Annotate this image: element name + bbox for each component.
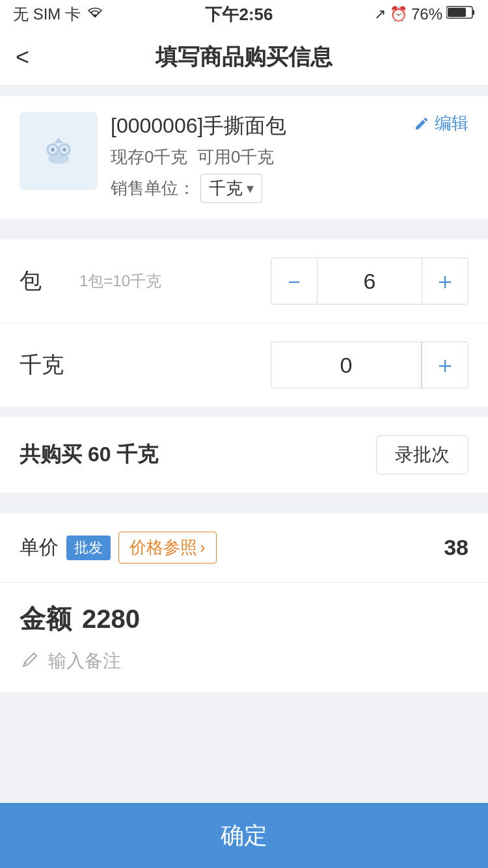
product-info: [0000006]手撕面包 编辑 现存0千克 可用0千克 销售单位： 千克 [111, 112, 468, 203]
svg-point-9 [48, 154, 69, 164]
package-label: 包 [20, 266, 72, 296]
divider-1 [0, 219, 488, 229]
page-title: 填写商品购买信息 [156, 42, 332, 72]
kilogram-plus-button[interactable]: ＋ [422, 342, 468, 388]
kilogram-input[interactable] [271, 342, 422, 388]
price-value: 38 [444, 535, 468, 560]
status-bar: 无 SIM 卡 下午2:56 ↗ ⏰ 76% [0, 0, 488, 29]
price-row: 单价 批发 价格参照 › 38 [20, 532, 468, 563]
product-image [20, 112, 98, 190]
package-hint: 1包=10千克 [79, 271, 271, 292]
product-unit: 销售单位： 千克 [111, 174, 468, 203]
package-row: 包 1包=10千克 － ＋ [0, 239, 488, 323]
edit-button[interactable]: 编辑 [414, 112, 468, 135]
price-label: 单价 批发 价格参照 › [20, 532, 217, 563]
note-row[interactable]: 输入备注 [20, 649, 468, 673]
kilogram-controls: ＋ [271, 342, 468, 388]
unit-selector[interactable]: 千克 [200, 174, 262, 203]
status-time: 下午2:56 [205, 3, 273, 26]
svg-point-8 [62, 148, 66, 152]
price-ref-button[interactable]: 价格参照 › [118, 532, 217, 563]
total-row: 共购买 60 千克 录批次 [0, 417, 488, 493]
svg-rect-1 [472, 10, 474, 15]
status-left: 无 SIM 卡 [13, 4, 104, 25]
svg-rect-2 [448, 8, 466, 17]
divider-2 [0, 407, 488, 417]
note-icon [20, 651, 40, 671]
kilogram-row: 千克 ＋ [0, 323, 488, 407]
note-placeholder: 输入备注 [48, 649, 121, 673]
svg-point-7 [51, 148, 55, 152]
wifi-icon [86, 5, 104, 23]
package-minus-button[interactable]: － [271, 258, 318, 305]
alarm-icon: ⏰ [390, 6, 407, 23]
product-stock: 现存0千克 可用0千克 [111, 146, 468, 169]
package-input[interactable] [318, 258, 422, 305]
nav-bar: < 填写商品购买信息 [0, 29, 488, 86]
product-card: [0000006]手撕面包 编辑 现存0千克 可用0千克 销售单位： 千克 [0, 96, 488, 219]
amount-row: 金额 2280 [20, 601, 468, 637]
battery-icon [446, 5, 475, 23]
battery-level: 76% [411, 5, 442, 23]
price-section: 单价 批发 价格参照 › 38 [0, 513, 488, 582]
back-button[interactable]: < [16, 44, 29, 71]
total-text: 共购买 60 千克 [20, 441, 158, 469]
divider-3 [0, 493, 488, 503]
location-icon: ↗ [374, 6, 386, 23]
confirm-button[interactable]: 确定 [0, 803, 488, 868]
price-tag: 批发 [66, 536, 111, 560]
product-name: [0000006]手撕面包 [111, 112, 286, 141]
package-plus-button[interactable]: ＋ [422, 258, 468, 305]
kilogram-label: 千克 [20, 350, 72, 380]
sim-status: 无 SIM 卡 [13, 4, 81, 25]
package-section: 包 1包=10千克 － ＋ 千克 ＋ [0, 239, 488, 407]
batch-button[interactable]: 录批次 [376, 435, 468, 474]
amount-section: 金额 2280 输入备注 [0, 583, 488, 692]
package-controls: － ＋ [271, 258, 468, 305]
status-right: ↗ ⏰ 76% [374, 5, 475, 23]
